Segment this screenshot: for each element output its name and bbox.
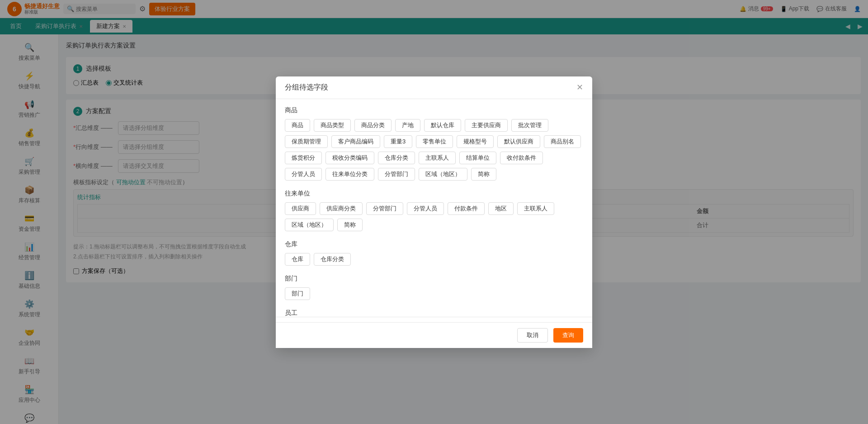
modal-header: 分组待选字段 ✕: [276, 76, 592, 99]
field-tag[interactable]: 分管部门: [378, 168, 415, 181]
field-group-warehouse: 仓库 仓库 仓库分类: [285, 240, 583, 266]
field-tag[interactable]: 零售单位: [416, 135, 453, 148]
modal-hscroll-inner: [276, 317, 592, 322]
field-group-staff: 员工 业务员: [285, 309, 583, 317]
field-tag[interactable]: 分管部门: [366, 202, 403, 215]
group-title-goods: 商品: [285, 106, 583, 114]
field-tag[interactable]: 结算单位: [459, 152, 496, 164]
field-tag[interactable]: 区域（地区）: [285, 219, 334, 231]
field-group-dept: 部门 部门: [285, 275, 583, 300]
cancel-button[interactable]: 取消: [517, 328, 548, 343]
field-tag[interactable]: 商品分类: [354, 119, 392, 132]
field-tags-dept: 部门: [285, 287, 583, 300]
field-tag[interactable]: 仓库: [285, 253, 310, 266]
field-tag[interactable]: 主联系人: [517, 202, 554, 215]
field-tag[interactable]: 批次管理: [511, 119, 548, 132]
modal-hscrollbar[interactable]: [276, 317, 592, 322]
field-tag[interactable]: 税收分类编码: [326, 152, 374, 164]
field-tag[interactable]: 规格型号: [457, 135, 494, 148]
field-tags-goods: 商品 商品类型 商品分类 产地 默认仓库 主要供应商 批次管理 保质期管理 客户…: [285, 119, 583, 181]
group-title-warehouse: 仓库: [285, 240, 583, 248]
field-group-goods: 商品 商品 商品类型 商品分类 产地 默认仓库 主要供应商 批次管理 保质期管理…: [285, 106, 583, 181]
field-tag[interactable]: 默认供应商: [497, 135, 540, 148]
field-tag[interactable]: 付款条件: [448, 202, 485, 215]
field-tags-partner: 供应商 供应商分类 分管部门 分管人员 付款条件 地区 主联系人 区域（地区） …: [285, 202, 583, 231]
modal-footer: 取消 查询: [276, 322, 592, 348]
field-tag[interactable]: 仓库分类: [314, 253, 351, 266]
modal-title: 分组待选字段: [285, 83, 328, 92]
field-tag[interactable]: 产地: [395, 119, 420, 132]
group-title-partner: 往来单位: [285, 190, 583, 198]
field-tag[interactable]: 保质期管理: [285, 135, 328, 148]
field-tag[interactable]: 地区: [488, 202, 514, 215]
modal-body: 商品 商品 商品类型 商品分类 产地 默认仓库 主要供应商 批次管理 保质期管理…: [276, 99, 592, 317]
field-tag[interactable]: 主联系人: [419, 152, 456, 164]
modal: 分组待选字段 ✕ 商品 商品 商品类型 商品分类 产地 默认仓库 主要供应商 批…: [276, 76, 592, 348]
field-tag[interactable]: 分管人员: [407, 202, 444, 215]
field-tags-warehouse: 仓库 仓库分类: [285, 253, 583, 266]
field-tag[interactable]: 供应商分类: [320, 202, 363, 215]
field-tag[interactable]: 仓库分类: [378, 152, 415, 164]
field-tag[interactable]: 往来单位分类: [326, 168, 374, 181]
field-tag[interactable]: 重量3: [384, 135, 412, 148]
modal-overlay: 分组待选字段 ✕ 商品 商品 商品类型 商品分类 产地 默认仓库 主要供应商 批…: [0, 0, 868, 424]
field-tag[interactable]: 收付款条件: [500, 152, 543, 164]
field-tag[interactable]: 部门: [285, 287, 310, 300]
field-tag[interactable]: 客户商品编码: [331, 135, 380, 148]
modal-close-button[interactable]: ✕: [576, 83, 583, 91]
field-tag[interactable]: 默认仓库: [424, 119, 461, 132]
group-title-dept: 部门: [285, 275, 583, 283]
field-tag[interactable]: 区域（地区）: [419, 168, 467, 181]
field-tag[interactable]: 商品: [285, 119, 310, 132]
group-title-staff: 员工: [285, 309, 583, 317]
field-tag[interactable]: 主要供应商: [465, 119, 508, 132]
field-tag[interactable]: 分管人员: [285, 168, 322, 181]
field-tag[interactable]: 简称: [471, 168, 496, 181]
confirm-button[interactable]: 查询: [553, 328, 583, 343]
field-tag[interactable]: 商品类型: [314, 119, 351, 132]
field-tag[interactable]: 供应商: [285, 202, 316, 215]
field-tag[interactable]: 炼货积分: [285, 152, 322, 164]
field-group-partner: 往来单位 供应商 供应商分类 分管部门 分管人员 付款条件 地区 主联系人 区域…: [285, 190, 583, 231]
field-tag[interactable]: 商品别名: [544, 135, 581, 148]
field-tag[interactable]: 简称: [337, 219, 363, 231]
